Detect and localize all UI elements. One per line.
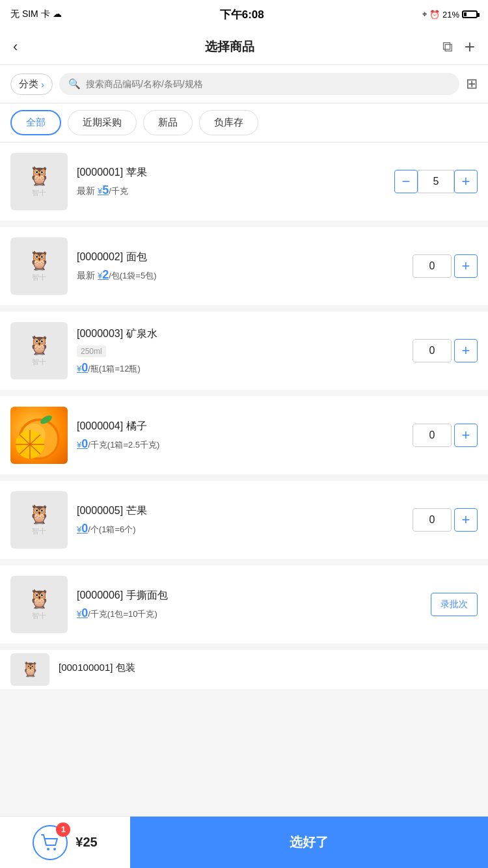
product-name: [0000006] 手撕面包 xyxy=(77,589,422,603)
status-left: 无 SIM 卡 ☁ xyxy=(10,8,62,20)
quantity-control: + xyxy=(413,254,478,278)
product-name: [0000004] 橘子 xyxy=(77,420,403,433)
product-price: ¥0/千克(1箱=2.5千克) xyxy=(77,437,403,451)
back-button[interactable]: ‹ xyxy=(13,38,18,55)
product-info: [000100001] 包装 xyxy=(59,662,478,678)
product-thumbnail: 🦉 智十 xyxy=(10,322,68,379)
product-name: [0000002] 面包 xyxy=(77,251,403,264)
bottom-bar: 1 ¥25 选好了 xyxy=(0,816,488,868)
placeholder-icon: 🦉 智十 xyxy=(28,504,51,536)
decrease-button[interactable]: − xyxy=(394,170,418,193)
product-thumbnail xyxy=(10,407,68,464)
list-item: 🦉 智十 [0000003] 矿泉水 250ml ¥0/瓶(1箱=12瓶) + xyxy=(0,312,488,390)
cart-badge: 1 xyxy=(56,822,70,837)
product-info: [0000002] 面包 最新 ¥2/包(1袋=5包) xyxy=(77,251,403,282)
product-name: [000100001] 包装 xyxy=(59,662,478,674)
battery-icon xyxy=(462,10,478,18)
sim-status: 无 SIM 卡 ☁ xyxy=(10,8,62,20)
divider xyxy=(0,391,488,396)
list-item: 🦉 智十 [0000005] 芒果 ¥0/个(1箱=6个) + xyxy=(0,481,488,559)
quantity-control: + xyxy=(413,424,478,447)
list-item: [0000004] 橘子 ¥0/千克(1箱=2.5千克) + xyxy=(0,396,488,474)
cart-button[interactable]: 1 xyxy=(33,825,68,860)
product-name: [0000003] 矿泉水 xyxy=(77,327,403,341)
quantity-input[interactable] xyxy=(413,339,452,362)
product-info: [0000006] 手撕面包 ¥0/千克(1包=10千克) xyxy=(77,589,422,620)
increase-button[interactable]: + xyxy=(454,254,478,278)
tabs-bar: 全部 近期采购 新品 负库存 xyxy=(0,103,488,142)
increase-button[interactable]: + xyxy=(454,339,478,362)
status-time: 下午6:08 xyxy=(220,7,264,22)
cart-icon xyxy=(40,834,60,852)
increase-button[interactable]: + xyxy=(454,424,478,447)
tab-all[interactable]: 全部 xyxy=(10,110,61,135)
increase-button[interactable]: + xyxy=(454,170,478,193)
divider xyxy=(0,222,488,227)
product-thumbnail: 🦉 智十 xyxy=(10,153,68,210)
product-name: [0000001] 苹果 xyxy=(77,166,385,180)
placeholder-icon: 🦉 智十 xyxy=(28,588,51,621)
scan-button[interactable]: ⊞ xyxy=(466,75,478,92)
quantity-input[interactable] xyxy=(413,424,452,447)
confirm-button[interactable]: 选好了 xyxy=(130,817,488,869)
product-thumbnail: 🦉 智十 xyxy=(10,237,68,295)
product-price: ¥0/千克(1包=10千克) xyxy=(77,606,422,620)
quantity-input[interactable] xyxy=(418,170,454,193)
divider xyxy=(0,476,488,481)
product-price: ¥0/瓶(1箱=12瓶) xyxy=(77,361,403,375)
cart-section: 1 ¥25 xyxy=(0,825,130,860)
orange-image xyxy=(10,407,68,464)
quantity-control: + xyxy=(413,508,478,532)
product-list: 🦉 智十 [0000001] 苹果 最新 ¥5/千克 − + 🦉 智十 [ xyxy=(0,142,488,689)
cart-total: ¥25 xyxy=(75,835,97,850)
increase-button[interactable]: + xyxy=(454,508,478,532)
search-icon: 🔍 xyxy=(68,78,81,90)
placeholder-icon: 🦉 智十 xyxy=(28,250,51,282)
divider xyxy=(0,560,488,565)
nav-actions: ⧉ + xyxy=(442,36,475,57)
list-item: 🦉 [000100001] 包装 xyxy=(0,650,488,689)
product-info: [0000003] 矿泉水 250ml ¥0/瓶(1箱=12瓶) xyxy=(77,327,403,375)
battery-percent: 21% xyxy=(442,10,459,20)
product-spec: 250ml xyxy=(77,346,106,357)
tab-new[interactable]: 新品 xyxy=(143,110,193,135)
product-price: 最新 ¥5/千克 xyxy=(77,183,385,197)
quantity-control: − + xyxy=(394,170,478,193)
alarm-icon: ⏰ xyxy=(429,10,440,20)
product-thumbnail: 🦉 xyxy=(10,653,49,686)
bottom-spacer xyxy=(0,689,488,741)
product-info: [0000005] 芒果 ¥0/个(1箱=6个) xyxy=(77,504,403,536)
tab-recent[interactable]: 近期采购 xyxy=(68,110,137,135)
product-price: 最新 ¥2/包(1袋=5包) xyxy=(77,268,403,282)
location-icon: ⌖ xyxy=(422,9,427,20)
divider xyxy=(0,645,488,650)
product-thumbnail: 🦉 智十 xyxy=(10,576,68,633)
quantity-input[interactable] xyxy=(413,254,452,278)
list-item: 🦉 智十 [0000002] 面包 最新 ¥2/包(1袋=5包) + xyxy=(0,227,488,305)
filter-bar: 分类 › 🔍 ⊞ xyxy=(0,65,488,103)
add-icon[interactable]: + xyxy=(465,36,475,57)
list-item: 🦉 智十 [0000001] 苹果 最新 ¥5/千克 − + xyxy=(0,142,488,221)
page-title: 选择商品 xyxy=(205,38,254,55)
quantity-input[interactable] xyxy=(413,508,452,532)
status-bar: 无 SIM 卡 ☁ 下午6:08 ⌖ ⏰ 21% xyxy=(0,0,488,29)
divider xyxy=(0,306,488,312)
filter-icon[interactable]: ⧉ xyxy=(442,38,453,55)
svg-point-11 xyxy=(53,848,56,850)
status-right: ⌖ ⏰ 21% xyxy=(422,9,478,20)
list-item: 🦉 智十 [0000006] 手撕面包 ¥0/千克(1包=10千克) 录批次 xyxy=(0,565,488,644)
nav-bar: ‹ 选择商品 ⧉ + xyxy=(0,29,488,65)
product-name: [0000005] 芒果 xyxy=(77,504,403,518)
search-input[interactable] xyxy=(86,79,450,89)
product-info: [0000001] 苹果 最新 ¥5/千克 xyxy=(77,166,385,197)
search-box: 🔍 xyxy=(59,73,459,95)
product-thumbnail: 🦉 智十 xyxy=(10,491,68,549)
tab-negative[interactable]: 负库存 xyxy=(199,110,258,135)
placeholder-icon: 🦉 智十 xyxy=(28,165,51,198)
product-info: [0000004] 橘子 ¥0/千克(1箱=2.5千克) xyxy=(77,420,403,451)
product-price: ¥0/个(1箱=6个) xyxy=(77,522,403,536)
placeholder-icon: 🦉 智十 xyxy=(28,334,51,367)
batch-button[interactable]: 录批次 xyxy=(431,593,478,616)
category-button[interactable]: 分类 › xyxy=(10,74,53,95)
quantity-control: + xyxy=(413,339,478,362)
